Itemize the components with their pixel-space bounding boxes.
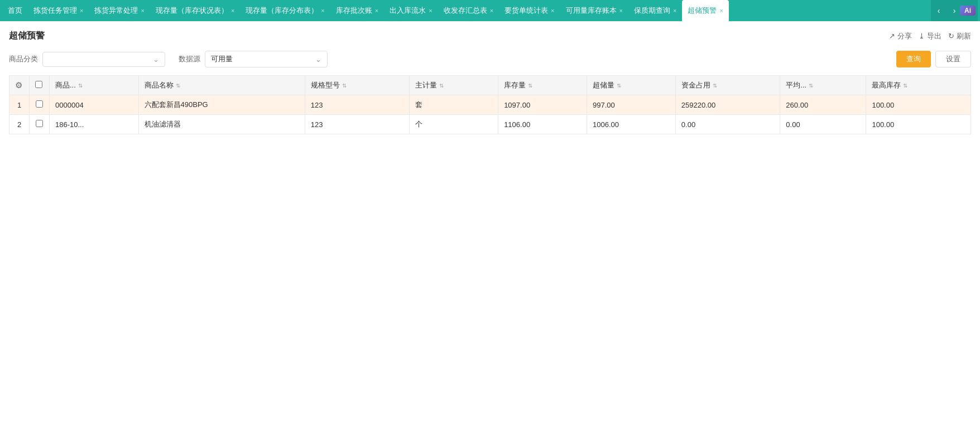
nav-item-task-mgmt[interactable]: 拣货任务管理 ×: [28, 0, 89, 21]
datasource-filter: 数据源 可用量 ⌄: [179, 51, 328, 67]
nav-item-close-expiry-query[interactable]: ×: [673, 7, 676, 14]
filter-actions: 查询 设置: [896, 51, 971, 67]
nav-item-overstock-alert[interactable]: 超储预警 ×: [682, 0, 728, 21]
th-product-name: 商品名称 ⇅: [138, 76, 305, 95]
th-spec: 规格型号 ⇅: [305, 76, 410, 95]
th-stock-sort[interactable]: 库存量 ⇅: [504, 80, 581, 90]
row-num-cell: 2: [9, 115, 30, 134]
cell-overstock: 997.00: [587, 95, 675, 115]
nav-item-label-inventory-dist: 现存量（库存分布表）: [246, 6, 318, 16]
page-title: 超储预警: [9, 30, 45, 42]
category-chevron-icon: ⌄: [153, 55, 159, 64]
cell-overstock: 1006.00: [587, 115, 675, 134]
datasource-select[interactable]: 可用量 ⌄: [205, 51, 328, 67]
nav-item-order-stats[interactable]: 要货单统计表 ×: [499, 0, 560, 21]
nav-item-abnormal[interactable]: 拣货异常处理 ×: [89, 0, 150, 21]
sort-icon-max-stock: ⇅: [903, 83, 907, 89]
th-capital: 资金占用 ⇅: [675, 76, 780, 95]
top-right-area: Ai: [960, 0, 980, 21]
nav-item-label-available-account: 可用量库存账本: [566, 6, 617, 16]
sort-icon-spec: ⇅: [342, 83, 347, 89]
refresh-button[interactable]: ↻ 刷新: [948, 31, 971, 41]
export-button[interactable]: ⤓ 导出: [919, 31, 941, 41]
nav-item-batch-account[interactable]: 库存批次账 ×: [330, 0, 384, 21]
sort-icon-avg: ⇅: [809, 83, 813, 89]
table-settings-gear-icon[interactable]: ⚙: [15, 80, 22, 90]
sort-icon-product-name: ⇅: [176, 83, 180, 89]
nav-item-label-expiry-query: 保质期查询: [634, 6, 670, 16]
row-checkbox-cell: [30, 95, 50, 115]
cell-product_name: 六配套新昌490BPG: [138, 95, 305, 115]
nav-item-label-inout-flow: 出入库流水: [390, 6, 426, 16]
th-spec-sort[interactable]: 规格型号 ⇅: [311, 80, 404, 90]
th-checkbox: [30, 76, 50, 95]
filter-row: 商品分类 ⌄ 数据源 可用量 ⌄ 查询 设置: [9, 51, 971, 67]
cell-capital: 259220.00: [675, 95, 780, 115]
nav-item-label-batch-account: 库存批次账: [336, 6, 372, 16]
th-max-stock: 最高库存 ⇅: [866, 76, 971, 95]
nav-home-label: 首页: [8, 6, 22, 16]
cell-stock: 1106.00: [498, 115, 587, 134]
th-avg: 平均... ⇅: [780, 76, 866, 95]
cell-product_code: 0000004: [50, 95, 139, 115]
th-unit: 主计量 ⇅: [410, 76, 498, 95]
cell-capital: 0.00: [675, 115, 780, 134]
th-overstock: 超储量 ⇅: [587, 76, 675, 95]
nav-item-close-abnormal[interactable]: ×: [141, 7, 144, 14]
query-button[interactable]: 查询: [896, 51, 931, 67]
category-filter-label: 商品分类: [9, 54, 38, 64]
nav-item-inventory-dist[interactable]: 现存量（库存分布表） ×: [240, 0, 330, 21]
th-avg-sort[interactable]: 平均... ⇅: [786, 80, 860, 90]
category-select[interactable]: ⌄: [42, 52, 165, 67]
nav-item-close-inventory-dist[interactable]: ×: [321, 7, 324, 14]
nav-item-close-inventory-status[interactable]: ×: [231, 7, 234, 14]
refresh-icon: ↻: [948, 32, 954, 40]
nav-item-available-account[interactable]: 可用量库存账本 ×: [560, 0, 628, 21]
datasource-filter-label: 数据源: [179, 54, 200, 64]
export-icon: ⤓: [919, 32, 925, 40]
ai-badge[interactable]: Ai: [960, 6, 976, 16]
category-filter: 商品分类 ⌄: [9, 52, 165, 67]
nav-item-label-inventory-status: 现存量（库存状况表）: [156, 6, 228, 16]
nav-home[interactable]: 首页: [2, 0, 28, 21]
th-overstock-sort[interactable]: 超储量 ⇅: [593, 80, 670, 90]
nav-item-inventory-status[interactable]: 现存量（库存状况表） ×: [150, 0, 240, 21]
th-unit-sort[interactable]: 主计量 ⇅: [415, 80, 492, 90]
th-product-code-sort[interactable]: 商品... ⇅: [55, 80, 133, 90]
nav-item-close-batch-account[interactable]: ×: [375, 7, 378, 14]
nav-item-close-task-mgmt[interactable]: ×: [80, 7, 83, 14]
nav-item-label-task-mgmt: 拣货任务管理: [33, 6, 77, 16]
th-max-stock-sort[interactable]: 最高库存 ⇅: [872, 80, 965, 90]
th-product-name-sort[interactable]: 商品名称 ⇅: [145, 80, 299, 90]
datasource-chevron-icon: ⌄: [315, 55, 321, 64]
sort-icon-product-code: ⇅: [78, 83, 83, 89]
datasource-select-value: 可用量: [211, 54, 233, 64]
row-checkbox[interactable]: [36, 100, 43, 108]
nav-item-receive-summary[interactable]: 收发存汇总表 ×: [438, 0, 499, 21]
nav-item-close-receive-summary[interactable]: ×: [490, 7, 493, 14]
nav-item-close-inout-flow[interactable]: ×: [429, 7, 432, 14]
cell-spec: 123: [305, 115, 410, 134]
sort-icon-overstock: ⇅: [617, 83, 621, 89]
main-content: 超储预警 ↗ 分享 ⤓ 导出 ↻ 刷新 商品分类 ⌄ 数据源: [0, 21, 980, 446]
share-label: 分享: [897, 31, 912, 41]
nav-item-inout-flow[interactable]: 出入库流水 ×: [384, 0, 438, 21]
cell-avg: 260.00: [780, 95, 866, 115]
th-capital-sort[interactable]: 资金占用 ⇅: [681, 80, 775, 90]
nav-item-label-receive-summary: 收发存汇总表: [444, 6, 487, 16]
nav-item-close-order-stats[interactable]: ×: [551, 7, 554, 14]
share-icon: ↗: [889, 32, 895, 40]
cell-stock: 1097.00: [498, 95, 587, 115]
row-checkbox[interactable]: [36, 120, 43, 127]
nav-item-expiry-query[interactable]: 保质期查询 ×: [628, 0, 682, 21]
nav-item-close-available-account[interactable]: ×: [619, 7, 623, 14]
cell-spec: 123: [305, 95, 410, 115]
nav-prev-button[interactable]: ‹: [931, 0, 947, 21]
sort-icon-capital: ⇅: [713, 83, 717, 89]
share-button[interactable]: ↗ 分享: [889, 31, 912, 41]
select-all-checkbox[interactable]: [35, 81, 42, 88]
nav-item-close-overstock-alert[interactable]: ×: [719, 7, 723, 14]
data-table: ⚙ 商品... ⇅ 商品名称 ⇅: [9, 75, 971, 134]
nav-item-label-abnormal: 拣货异常处理: [94, 6, 138, 16]
settings-button[interactable]: 设置: [935, 51, 971, 67]
